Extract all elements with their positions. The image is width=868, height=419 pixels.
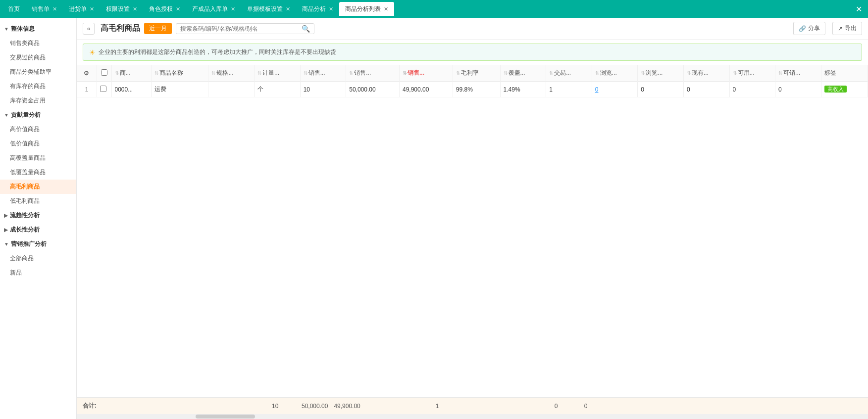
sidebar-item-low-freq[interactable]: 低覆盖量商品	[0, 165, 76, 180]
horizontal-scrollbar[interactable]	[77, 414, 868, 419]
sort-icon-transactions: ⇅	[549, 70, 553, 76]
sidebar-collapse-btn[interactable]: «	[83, 23, 95, 35]
tab-product-analysis-list-close[interactable]: ✕	[384, 6, 388, 12]
cell-sales-profit: 49,900.00	[400, 82, 453, 97]
sidebar-item-high-freq[interactable]: 高覆盖量商品	[0, 151, 76, 165]
sidebar: ▼ 整体信息 销售类商品 交易过的商品 商品分类辅助率 有库存的商品 库存资金占…	[0, 18, 77, 419]
sort-icon-code: ⇅	[115, 70, 119, 76]
tab-product-analysis-list[interactable]: 商品分析列表 ✕	[339, 2, 394, 16]
content-header: « 高毛利商品 近一月 🔍 🔗 分享 ↗ 导出	[77, 18, 868, 40]
search-icon[interactable]: 🔍	[302, 25, 310, 33]
col-settings[interactable]: ⚙	[77, 65, 97, 82]
scrollbar-thumb[interactable]	[196, 415, 255, 419]
col-spec[interactable]: ⇅ 规格...	[208, 65, 255, 82]
export-btn[interactable]: ↗ 导出	[832, 22, 862, 35]
tab-template-settings-close[interactable]: ✕	[286, 6, 290, 12]
cell-code: 0000...	[111, 82, 152, 97]
table-wrapper[interactable]: ⚙ ⇅ 商... ⇅	[77, 65, 868, 397]
sidebar-group-growth[interactable]: ▶ 成长性分析	[0, 223, 76, 237]
col-browse1[interactable]: ⇅ 浏览...	[592, 65, 638, 82]
sort-icon-browse2: ⇅	[641, 70, 645, 76]
share-btn[interactable]: 🔗 分享	[793, 22, 825, 35]
col-available[interactable]: ⇅ 可用...	[729, 65, 775, 82]
tab-purchase-order[interactable]: 进货单 ✕	[63, 2, 100, 16]
main-layout: ▼ 整体信息 销售类商品 交易过的商品 商品分类辅助率 有库存的商品 库存资金占…	[0, 18, 868, 419]
col-unit[interactable]: ⇅ 计量...	[255, 65, 301, 82]
sort-icon-name: ⇅	[154, 70, 158, 76]
tab-role-permissions-close[interactable]: ✕	[176, 6, 180, 12]
cell-tag: 高收入	[821, 82, 868, 97]
page-title: 高毛利商品	[101, 23, 140, 34]
tab-sales-order[interactable]: 销售单 ✕	[26, 2, 63, 16]
cell-spec	[208, 82, 255, 97]
sidebar-item-low-value[interactable]: 低价值商品	[0, 137, 76, 151]
sidebar-item-product-analysis-assist[interactable]: 商品分类辅助率	[0, 65, 76, 79]
tab-role-permissions[interactable]: 角色授权 ✕	[143, 2, 186, 16]
col-tag[interactable]: 标签	[821, 65, 868, 82]
col-sales-qty[interactable]: ⇅ 销售...	[300, 65, 346, 82]
settings-icon[interactable]: ⚙	[84, 70, 89, 77]
sidebar-item-high-value[interactable]: 高价值商品	[0, 122, 76, 137]
sidebar-item-stocked-products[interactable]: 有库存的商品	[0, 79, 76, 93]
product-table: ⚙ ⇅ 商... ⇅	[77, 65, 868, 97]
sort-icon-current-stock: ⇅	[687, 70, 691, 76]
export-icon: ↗	[838, 25, 843, 32]
tab-product-analysis[interactable]: 商品分析 ✕	[296, 2, 339, 16]
sidebar-group-financial[interactable]: ▼ 贡献量分析	[0, 108, 76, 122]
select-all-checkbox[interactable]	[101, 69, 107, 76]
sidebar-item-sales-products[interactable]: 销售类商品	[0, 36, 76, 50]
sort-icon-sales-profit: ⇅	[403, 70, 407, 76]
col-browse2[interactable]: ⇅ 浏览...	[638, 65, 684, 82]
search-input[interactable]	[180, 25, 302, 32]
cell-unit: 个	[255, 82, 301, 97]
col-sales-amount[interactable]: ⇅ 销售...	[346, 65, 400, 82]
cell-checkbox[interactable]	[97, 82, 111, 97]
tab-purchase-order-close[interactable]: ✕	[90, 6, 94, 12]
tab-home[interactable]: 首页	[2, 2, 26, 16]
sort-icon-browse1: ⇅	[595, 70, 599, 76]
browse1-link[interactable]: 0	[595, 86, 599, 93]
tab-product-inbound-close[interactable]: ✕	[231, 6, 235, 12]
footer-margin-spacer	[363, 403, 403, 410]
cell-browse2: 0	[638, 82, 684, 97]
tab-permission-settings-close[interactable]: ✕	[133, 6, 137, 12]
sidebar-group-marketing[interactable]: ▼ 营销推广分析	[0, 237, 76, 251]
sidebar-item-inventory-capital[interactable]: 库存资金占用	[0, 93, 76, 108]
tab-bar: 首页 销售单 ✕ 进货单 ✕ 权限设置 ✕ 角色授权 ✕ 产成品入库单 ✕ 单据…	[0, 0, 868, 18]
cell-margin-rate: 99.8%	[453, 82, 500, 97]
col-margin-rate[interactable]: ⇅ 毛利率	[453, 65, 500, 82]
table-row: 1 0000... 运费 个 10 50,000.00 49,900.00 99…	[77, 82, 868, 97]
sidebar-group-trend[interactable]: ▶ 流趋性分析	[0, 208, 76, 223]
arrow-overall: ▼	[4, 26, 9, 32]
col-name[interactable]: ⇅ 商品名称	[152, 65, 208, 82]
tab-product-inbound[interactable]: 产成品入库单 ✕	[186, 2, 241, 16]
sidebar-item-traded-products[interactable]: 交易过的商品	[0, 50, 76, 65]
cell-sales-qty: 10	[300, 82, 346, 97]
cell-saleable: 0	[775, 82, 821, 97]
sort-icon-coverage: ⇅	[504, 70, 508, 76]
sidebar-item-high-margin[interactable]: 高毛利商品	[0, 180, 76, 194]
col-sales-profit[interactable]: ⇅ 销售...	[400, 65, 453, 82]
sidebar-item-new-products[interactable]: 新品	[0, 266, 76, 280]
col-checkbox[interactable]	[97, 65, 111, 82]
tab-sales-order-close[interactable]: ✕	[52, 6, 57, 12]
arrow-growth: ▶	[4, 227, 8, 233]
col-code[interactable]: ⇅ 商...	[111, 65, 152, 82]
footer-sales-profit: 49,900.00	[331, 403, 363, 410]
cell-browse1[interactable]: 0	[592, 82, 638, 97]
row-checkbox[interactable]	[100, 86, 106, 92]
sort-icon-sales-qty: ⇅	[304, 70, 307, 76]
table-header-row: ⚙ ⇅ 商... ⇅	[77, 65, 868, 82]
col-transactions[interactable]: ⇅ 交易...	[546, 65, 592, 82]
col-coverage[interactable]: ⇅ 覆盖...	[500, 65, 546, 82]
col-current-stock[interactable]: ⇅ 现有...	[683, 65, 729, 82]
tab-permission-settings[interactable]: 权限设置 ✕	[100, 2, 143, 16]
sidebar-group-overall[interactable]: ▼ 整体信息	[0, 22, 76, 36]
col-saleable[interactable]: ⇅ 可销...	[775, 65, 821, 82]
sidebar-item-all-products[interactable]: 全部商品	[0, 251, 76, 266]
tab-product-analysis-close[interactable]: ✕	[329, 6, 333, 12]
window-close-btn[interactable]: ✕	[852, 4, 866, 14]
filter-recent-month-btn[interactable]: 近一月	[144, 23, 172, 34]
tab-template-settings[interactable]: 单据模板设置 ✕	[241, 2, 296, 16]
sidebar-item-low-margin[interactable]: 低毛利商品	[0, 194, 76, 208]
